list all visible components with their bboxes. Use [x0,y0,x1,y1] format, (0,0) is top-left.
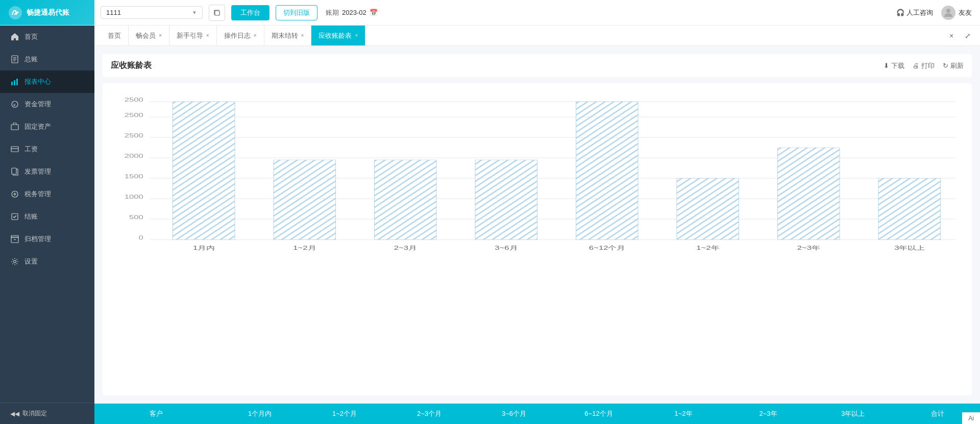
print-icon: 🖨 [913,62,919,69]
chart-svg: 0 500 1000 1500 2000 2500 2500 2500 [111,91,964,275]
invoice-icon [10,167,19,176]
download-button[interactable]: ⬇ 下载 [884,61,904,70]
tab-periodend[interactable]: 期末结转 × [264,26,312,45]
company-selector[interactable]: 1111 ▼ [101,6,203,19]
svg-rect-9 [16,79,18,85]
main-container: 首页 总账 报表中心 ¥ 资金管理 固定资产 [0,26,980,424]
svg-text:1000: 1000 [125,194,143,200]
download-icon: ⬇ [884,62,889,69]
logo-area: 畅捷通易代账 [0,0,94,25]
tab-oplog-close[interactable]: × [254,33,257,38]
svg-text:6~12个月: 6~12个月 [589,245,625,251]
period-value: 2023-02 [342,9,366,16]
svg-rect-13 [11,147,18,152]
refresh-button[interactable]: ↻ 刷新 [943,61,964,70]
sidebar-item-settings-label: 设置 [24,257,38,266]
table-col-1m: 1个月内 [217,409,302,418]
svg-rect-53 [777,148,840,240]
tax-icon [10,190,19,199]
svg-text:500: 500 [129,214,143,220]
workbench-button[interactable]: 工作台 [231,5,270,20]
collapse-icon: ◀◀ [10,410,19,417]
company-name: 1111 [106,9,189,16]
download-label: 下载 [891,61,904,70]
tab-actions: × ⤢ [945,30,974,42]
consult-button[interactable]: 🎧 人工咨询 [896,8,933,17]
sidebar-item-tax[interactable]: 税务管理 [0,183,94,205]
tab-guide[interactable]: 新手引导 × [169,26,217,45]
svg-text:0: 0 [139,234,143,241]
sidebar-item-checkout[interactable]: 结账 [0,205,94,228]
svg-rect-43 [274,160,336,240]
checkout-icon [10,212,19,221]
tab-bar: 首页 畅会员 × 新手引导 × 操作日志 × 期末结转 × 应收账龄表 × [94,26,980,46]
sidebar-item-payroll-label: 工资 [24,145,38,154]
sidebar-item-funds[interactable]: ¥ 资金管理 [0,93,94,115]
sidebar-item-checkout-label: 结账 [24,212,38,221]
tab-agereport[interactable]: 应收账龄表 × [311,26,365,45]
svg-text:2~3年: 2~3年 [797,245,820,251]
collapse-label: 取消固定 [22,409,47,418]
svg-text:2000: 2000 [125,153,143,159]
table-col-customer: 客户 [94,409,217,418]
table-header: 客户 1个月内 1~2个月 2~3个月 3~6个月 6~12个月 1~2年 2~… [94,404,980,424]
copy-button[interactable] [209,5,225,21]
sidebar-item-archive[interactable]: 归档管理 [0,228,94,250]
logo-icon [8,6,22,20]
tab-member-label: 畅会员 [136,31,156,40]
ledger-icon [10,55,19,64]
svg-point-23 [14,261,16,263]
close-all-button[interactable]: × [945,30,958,42]
sidebar-item-home[interactable]: 首页 [0,26,94,48]
sidebar-item-settings[interactable]: 设置 [0,250,94,273]
tab-member-close[interactable]: × [159,33,162,38]
sidebar-item-reports-label: 报表中心 [24,77,51,86]
tab-guide-close[interactable]: × [206,33,209,38]
svg-text:2500: 2500 [125,132,143,138]
print-button[interactable]: 🖨 打印 [913,61,935,70]
funds-icon: ¥ [10,100,19,109]
svg-text:1500: 1500 [125,173,143,179]
svg-text:3年以上: 3年以上 [894,245,924,251]
svg-rect-55 [878,178,941,240]
ai-label: Ai [968,415,974,422]
table-col-1-2y: 1~2年 [641,409,726,418]
page-title: 应收账龄表 [111,60,152,71]
home-icon [10,32,19,41]
table-col-1-2m: 1~2个月 [302,409,387,418]
collapse-button[interactable]: ◀◀ 取消固定 [0,403,94,424]
tab-periodend-close[interactable]: × [301,33,304,38]
tab-oplog[interactable]: 操作日志 × [217,26,264,45]
sidebar-item-ledger[interactable]: 总账 [0,48,94,70]
sidebar: 首页 总账 报表中心 ¥ 资金管理 固定资产 [0,26,94,424]
page-content: 应收账龄表 ⬇ 下载 🖨 打印 ↻ 刷新 [94,46,980,404]
print-label: 打印 [921,61,935,70]
sidebar-item-invoice[interactable]: 发票管理 [0,160,94,183]
sidebar-item-home-label: 首页 [24,32,38,41]
calendar-icon[interactable]: 📅 [370,9,378,16]
svg-rect-41 [173,102,235,240]
ai-bar[interactable]: Ai [962,412,980,424]
tab-periodend-label: 期末结转 [272,31,298,40]
chart-wrapper: 0 500 1000 1500 2000 2500 2500 2500 [111,91,964,275]
sidebar-item-reports[interactable]: 报表中心 [0,70,94,93]
svg-rect-8 [14,80,15,85]
switch-old-button[interactable]: 切到旧版 [276,5,317,20]
svg-rect-47 [475,160,537,240]
assets-icon [10,122,19,131]
sidebar-item-payroll[interactable]: 工资 [0,138,94,160]
sidebar-item-ledger-label: 总账 [24,55,38,64]
user-area[interactable]: 友友 [941,6,972,20]
tab-agereport-close[interactable]: × [355,33,358,38]
sidebar-item-archive-label: 归档管理 [24,234,51,244]
maximize-button[interactable]: ⤢ [962,30,974,42]
svg-point-2 [946,9,950,13]
sidebar-bottom: ◀◀ 取消固定 [0,403,94,424]
tab-home[interactable]: 首页 [101,26,129,45]
page-header: 应收账龄表 ⬇ 下载 🖨 打印 ↻ 刷新 [103,54,972,77]
table-col-6-12m: 6~12个月 [556,409,641,418]
refresh-icon: ↻ [943,62,948,69]
table-col-3yplus: 3年以上 [811,409,895,418]
tab-member[interactable]: 畅会员 × [129,26,169,45]
sidebar-item-assets[interactable]: 固定资产 [0,115,94,138]
